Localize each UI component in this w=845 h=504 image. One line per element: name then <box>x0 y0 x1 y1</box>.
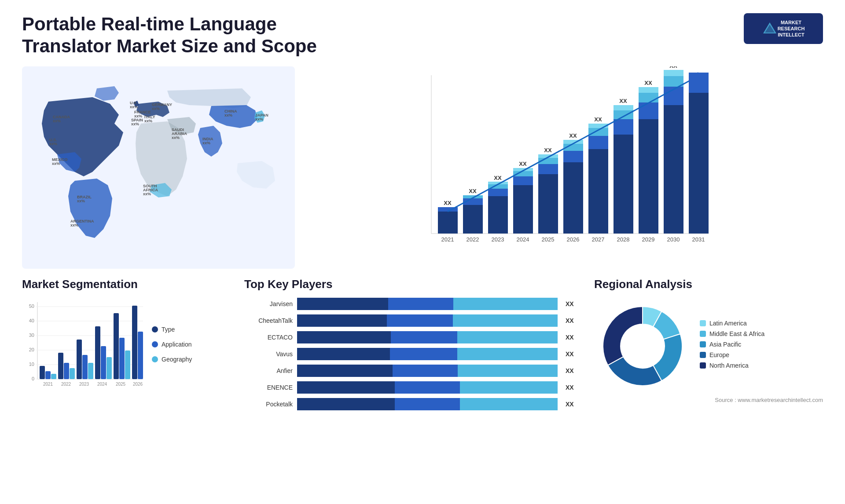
world-map-svg: CANADA xx% U.S. xx% MEXICO xx% BRAZIL xx… <box>22 66 295 269</box>
svg-text:xx%: xx% <box>53 119 61 123</box>
svg-rect-135 <box>138 332 143 379</box>
regional-title: Regional Analysis <box>594 278 823 291</box>
svg-text:xx%: xx% <box>77 199 85 203</box>
bar-chart-section: XX 2021 XX 2022 XX 2023 <box>304 66 823 269</box>
player-bar <box>297 314 558 327</box>
content-grid: CANADA xx% U.S. xx% MEXICO xx% BRAZIL xx… <box>22 66 823 491</box>
svg-rect-119 <box>64 363 69 379</box>
player-row: Pocketalk XX <box>244 398 583 410</box>
svg-rect-98 <box>689 73 709 93</box>
player-name: Pocketalk <box>244 401 293 408</box>
svg-rect-57 <box>538 174 558 234</box>
svg-text:2029: 2029 <box>642 236 655 243</box>
player-value: XX <box>566 384 583 391</box>
svg-rect-124 <box>88 363 93 379</box>
bar-seg2 <box>393 365 458 377</box>
svg-text:2026: 2026 <box>133 382 143 387</box>
svg-text:2024: 2024 <box>517 236 529 243</box>
bar-seg3 <box>453 314 558 327</box>
svg-text:2031: 2031 <box>692 236 705 243</box>
svg-rect-131 <box>119 338 125 379</box>
logo-line2: RESEARCH <box>778 26 805 32</box>
legend-geography-label: Geography <box>162 356 192 363</box>
regional-legend-item: Europe <box>700 351 764 358</box>
svg-rect-87 <box>664 105 683 234</box>
player-row: Jarvisen XX <box>244 298 583 310</box>
player-name: CheetahTalk <box>244 317 293 324</box>
regional-section: Regional Analysis Latin America Middle E… <box>594 278 823 491</box>
svg-text:2025: 2025 <box>542 236 555 243</box>
player-value: XX <box>566 317 583 324</box>
regional-legend-label: North America <box>709 362 749 369</box>
legend-geography-dot <box>152 356 158 362</box>
page-title: Portable Real-time Language Translator M… <box>22 13 330 58</box>
svg-rect-83 <box>639 93 658 102</box>
segmentation-chart: 0 10 20 30 40 50 <box>22 298 145 394</box>
bar-seg1 <box>297 298 388 310</box>
bar-seg3 <box>457 331 558 343</box>
svg-rect-51 <box>513 185 533 234</box>
svg-text:xx%: xx% <box>49 142 57 146</box>
regional-legend-label: Europe <box>709 351 729 358</box>
svg-rect-45 <box>488 196 508 234</box>
svg-text:xx%: xx% <box>130 105 138 109</box>
bottom-grid: Market Segmentation 0 10 20 3 <box>22 278 823 491</box>
svg-text:XX: XX <box>544 147 552 153</box>
bar-seg1 <box>297 398 395 410</box>
svg-rect-78 <box>614 105 633 110</box>
logo-area: MARKET RESEARCH INTELLECT <box>744 13 823 44</box>
legend-type-dot <box>152 326 158 332</box>
donut-area: Latin America Middle East & Africa Asia … <box>594 298 823 394</box>
player-bar <box>297 365 558 377</box>
svg-rect-40 <box>463 205 483 234</box>
svg-rect-118 <box>58 353 63 379</box>
svg-text:2024: 2024 <box>97 382 107 387</box>
player-row: ECTACO XX <box>244 331 583 343</box>
regional-legend-item: Middle East & Africa <box>700 330 764 337</box>
svg-text:50: 50 <box>29 303 34 309</box>
regional-legend: Latin America Middle East & Africa Asia … <box>700 320 764 373</box>
player-bar <box>297 398 558 410</box>
svg-text:2023: 2023 <box>492 236 504 243</box>
svg-text:XX: XX <box>494 175 502 181</box>
svg-text:XX: XX <box>444 200 452 206</box>
svg-rect-77 <box>614 110 633 119</box>
svg-rect-120 <box>70 368 75 379</box>
svg-rect-69 <box>588 149 608 234</box>
svg-rect-82 <box>639 102 658 119</box>
bar-seg2 <box>395 398 460 410</box>
svg-text:XX: XX <box>519 161 527 167</box>
player-row: CheetahTalk XX <box>244 314 583 327</box>
svg-text:xx%: xx% <box>70 223 78 227</box>
page-container: Portable Real-time Language Translator M… <box>0 0 845 504</box>
svg-rect-75 <box>614 135 633 234</box>
legend-application: Application <box>152 341 192 348</box>
svg-text:XX: XX <box>669 66 677 69</box>
bar-seg1 <box>297 365 393 377</box>
world-map-section: CANADA xx% U.S. xx% MEXICO xx% BRAZIL xx… <box>22 66 295 269</box>
donut-chart-svg <box>594 298 691 394</box>
segmentation-title: Market Segmentation <box>22 278 233 291</box>
legend-type-label: Type <box>162 326 175 333</box>
svg-rect-36 <box>438 212 458 234</box>
legend-type: Type <box>152 326 192 333</box>
svg-rect-70 <box>588 136 608 149</box>
svg-rect-127 <box>101 346 106 379</box>
svg-rect-63 <box>563 162 583 234</box>
svg-text:2021: 2021 <box>43 382 53 387</box>
regional-legend-label: Asia Pacific <box>709 341 741 348</box>
player-bar <box>297 298 558 310</box>
svg-rect-64 <box>563 151 583 162</box>
svg-rect-90 <box>664 70 683 76</box>
svg-rect-116 <box>51 374 56 379</box>
svg-text:XX: XX <box>469 188 477 194</box>
segmentation-section: Market Segmentation 0 10 20 3 <box>22 278 233 491</box>
svg-text:XX: XX <box>644 80 652 86</box>
bar-seg3 <box>460 398 558 410</box>
player-value: XX <box>566 401 583 408</box>
svg-text:2023: 2023 <box>79 382 89 387</box>
player-value: XX <box>566 367 583 374</box>
players-list: Jarvisen XX CheetahTalk XX ECTACO XX Vav… <box>244 298 583 410</box>
player-bar <box>297 331 558 343</box>
svg-text:xx%: xx% <box>143 192 151 196</box>
